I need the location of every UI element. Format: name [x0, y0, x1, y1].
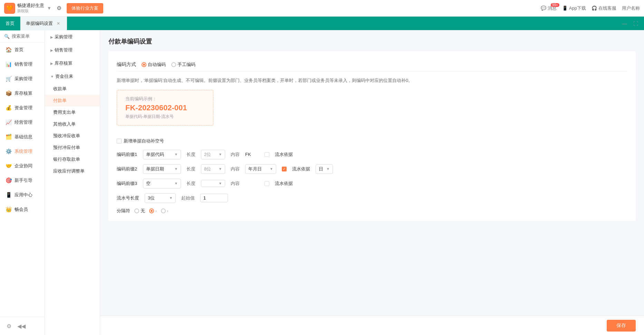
sidebar-item-operations[interactable]: 📈 经营管理 [0, 115, 45, 130]
submenu-item-income[interactable]: 其他收入单 [45, 118, 100, 130]
preview-desc: 单据代码-单据日期-流水号 [125, 114, 205, 120]
chevron-down-icon-length3: ▼ [219, 182, 222, 185]
start-value-input[interactable] [200, 194, 228, 202]
sidebar-finance-label: 资金管理 [15, 105, 32, 111]
sidebar-item-inventory[interactable]: 📦 库存核算 [0, 86, 45, 101]
sidebar-item-basic[interactable]: 🗂️ 基础信息 [0, 130, 45, 144]
prefix1-select[interactable]: 单据代码 ▼ [143, 150, 181, 159]
sidebar-collapse-btn[interactable]: ◀◀ [17, 321, 26, 331]
header-center: ▼ ⚙ 体验行业方案 [47, 3, 103, 13]
tab-minimize-icon[interactable]: — [621, 19, 629, 28]
auto-fill-checkbox[interactable] [117, 139, 122, 143]
preview-code: FK-20230602-001 [125, 103, 205, 112]
separator-dot2-radio[interactable]: · [161, 208, 169, 213]
watermark1-checkbox[interactable] [265, 152, 269, 157]
logo-subtitle: 旗舰版 [17, 8, 44, 13]
settings-icon[interactable]: ⚙ [54, 3, 64, 13]
manual-code-radio-circle [171, 62, 176, 67]
content1-value: FK [245, 152, 259, 157]
serial-length-select[interactable]: 3位 ▼ [145, 193, 176, 203]
search-label: 搜索菜单 [12, 33, 30, 39]
user-name[interactable]: 用户名称 [622, 5, 640, 11]
sidebar-item-finance[interactable]: 💰 资金管理 [0, 101, 45, 115]
submenu-purchase-label: 采购管理 [55, 34, 73, 40]
prefix3-label: 编码前缀3 [117, 180, 137, 187]
sidebar-item-home[interactable]: 🏠 首页 [0, 43, 45, 57]
auto-code-radio[interactable]: 自动编码 [142, 62, 166, 68]
sidebar-item-purchase[interactable]: 🛒 采购管理 [0, 72, 45, 86]
tab-home[interactable]: 首页 [0, 17, 20, 30]
sidebar-item-system[interactable]: ⚙️ 系统管理 [0, 144, 45, 159]
watermark3-checkbox[interactable] [265, 181, 269, 186]
sidebar-search[interactable]: 🔍 搜索菜单 [0, 30, 45, 43]
manual-code-label: 手工编码 [177, 62, 195, 68]
settings-card: 编码方式 自动编码 手工编码 新增单据时，'单据编码'自动生成、不可编辑。前缀设… [108, 51, 636, 221]
sidebar-item-guide[interactable]: 🎯 新手引导 [0, 173, 45, 188]
content3-label: 内容 [231, 180, 240, 187]
tab-close-icon[interactable]: ✕ [56, 21, 61, 26]
watermark2-unit-select[interactable]: 日 ▼ [316, 164, 333, 174]
auto-code-radio-circle [142, 62, 146, 67]
prefix3-select-value: 空 [146, 180, 151, 187]
basic-icon: 🗂️ [6, 134, 12, 140]
manual-code-radio[interactable]: 手工编码 [171, 62, 195, 68]
app-download-action[interactable]: 📱 App下载 [562, 5, 586, 11]
submenu-item-receipt[interactable]: 收款单 [45, 83, 100, 95]
sidebar-item-apps[interactable]: 📱 应用中心 [0, 188, 45, 202]
length1-value: 2位 [204, 151, 211, 158]
prefix1-select-value: 单据代码 [146, 151, 164, 158]
submenu-item-bank[interactable]: 银行存取款单 [45, 153, 100, 165]
service-action[interactable]: 🎧 在线客服 [592, 5, 616, 11]
prefix2-select[interactable]: 单据日期 ▼ [143, 164, 181, 174]
tab-bar: 首页 单据编码设置 ✕ — ⛶ [0, 17, 644, 30]
content2-select[interactable]: 年月日 ▼ [245, 164, 276, 174]
submenu-finance-title[interactable]: ▼ 资金往来 [45, 70, 100, 83]
sidebar-system-label: 系统管理 [15, 148, 32, 155]
header-left: 🧡 畅捷通好生意 旗舰版 ▼ ⚙ 体验行业方案 [4, 3, 103, 14]
watermark2-unit-value: 日 [319, 166, 323, 172]
sidebar-enterprise-label: 企业协同 [15, 163, 32, 169]
separator-none-radio[interactable]: 无 [134, 208, 145, 214]
sidebar-settings-btn[interactable]: ⚙ [4, 321, 14, 331]
content2-label: 内容 [231, 166, 240, 172]
system-icon: ⚙️ [6, 148, 12, 155]
sidebar-item-sales[interactable]: 📊 销售管理 [0, 57, 45, 72]
separator-none-circle [134, 208, 139, 213]
submenu-item-prepay-pay[interactable]: 预付冲应付单 [45, 142, 100, 153]
chevron-down-icon-unit2: ▼ [326, 167, 330, 171]
company-dropdown[interactable]: ▼ [47, 6, 51, 11]
auto-fill-row: 新增单据自动补空号 [117, 138, 627, 144]
sidebar-item-member[interactable]: 👑 畅会员 [0, 202, 45, 217]
submenu-purchase-title[interactable]: ▶ 采购管理 [45, 30, 100, 44]
page-title: 付款单编码设置 [108, 37, 636, 46]
serial-length-label: 流水号长度 [117, 195, 139, 201]
top-header: 🧡 畅捷通好生意 旗舰版 ▼ ⚙ 体验行业方案 💬 消息 99+ 📱 App下载… [0, 0, 644, 17]
submenu-item-payment[interactable]: 付款单 [45, 95, 100, 106]
trial-button[interactable]: 体验行业方案 [67, 3, 103, 13]
length1-box[interactable]: 2位 ▼ [201, 150, 225, 159]
inventory-icon: 📦 [6, 90, 12, 96]
submenu-item-adjust[interactable]: 应收应付调整单 [45, 165, 100, 177]
logo-area: 🧡 畅捷通好生意 旗舰版 [4, 3, 44, 14]
length2-box[interactable]: 8位 ▼ [201, 164, 225, 174]
tab-maximize-icon[interactable]: ⛶ [632, 19, 640, 28]
sidebar-item-enterprise[interactable]: 🤝 企业协同 [0, 159, 45, 173]
submenu-sales-title[interactable]: ▶ 销售管理 [45, 44, 100, 57]
sidebar-basic-label: 基础信息 [15, 134, 32, 140]
watermark2-checkbox[interactable]: ✓ [282, 167, 287, 171]
separator-dot-radio[interactable]: · [149, 208, 157, 213]
separator-dot2-circle [161, 208, 166, 213]
sidebar-inventory-label: 库存核算 [15, 90, 32, 96]
length3-box[interactable]: ▼ [201, 180, 225, 187]
submenu-item-prepay-recv[interactable]: 预收冲应收单 [45, 130, 100, 142]
message-action[interactable]: 💬 消息 99+ [541, 5, 557, 11]
submenu-item-expense[interactable]: 费用支出单 [45, 106, 100, 118]
tab-encoding[interactable]: 单据编码设置 ✕ [20, 17, 67, 30]
preview-box: 当前编码示例： FK-20230602-001 单据代码-单据日期-流水号 [117, 90, 213, 125]
logo-title: 畅捷通好生意 [17, 3, 44, 8]
serial-length-value: 3位 [148, 195, 155, 201]
save-button[interactable]: 保存 [607, 320, 636, 332]
submenu-inventory-title[interactable]: ▶ 库存核算 [45, 57, 100, 70]
watermark3-label: 流水依据 [275, 180, 293, 187]
prefix3-select[interactable]: 空 ▼ [143, 179, 181, 188]
